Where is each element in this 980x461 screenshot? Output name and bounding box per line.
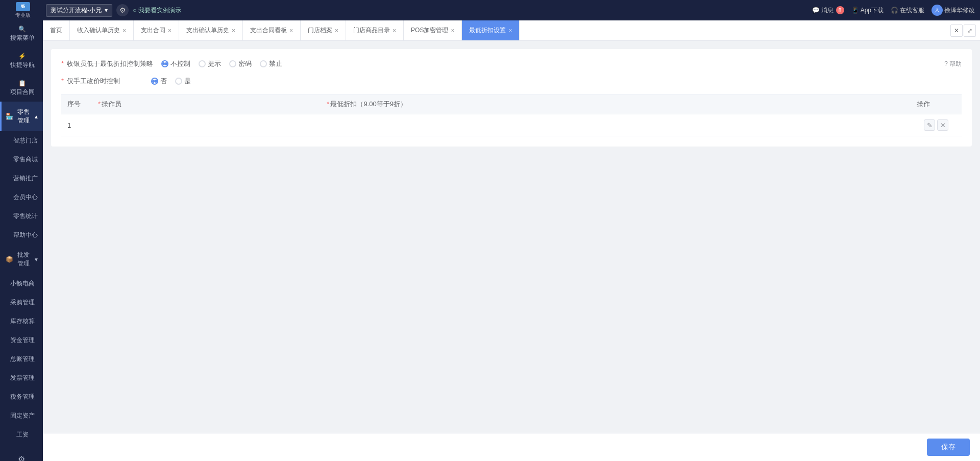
- tab-income-confirm[interactable]: 收入确认单历史 ×: [70, 20, 134, 41]
- tab-label: POS加密管理: [411, 26, 448, 35]
- service-icon: 🎧: [891, 7, 898, 14]
- wholesale-icon: 📦: [6, 256, 13, 263]
- tab-store-products[interactable]: 门店商品目录 ×: [346, 20, 404, 41]
- sidebar-item-salary[interactable]: 工资: [0, 425, 43, 444]
- radio-password[interactable]: 密码: [229, 59, 252, 68]
- field1-radio-group: 不控制 提示 密码 禁止: [161, 59, 282, 68]
- sidebar-item-search[interactable]: 🔍 搜索菜单: [0, 20, 43, 47]
- sidebar-item-label: 营销推广: [13, 174, 38, 183]
- top-bar-right: 💬 消息 8 📱 App下载 🎧 在线客服 人 徐泽华修改: [812, 5, 975, 16]
- sidebar-item-retail[interactable]: 🏪 零售管理 ▲: [0, 102, 43, 131]
- sidebar-item-label: 总账管理: [10, 355, 35, 363]
- radio-no[interactable]: 否: [151, 77, 167, 86]
- col-header-operator: *操作员: [92, 94, 321, 114]
- user-item[interactable]: 人 徐泽华修改: [932, 5, 975, 16]
- tab-payment-confirm[interactable]: 支出确认单历史 ×: [179, 20, 243, 41]
- sidebar-item-tax[interactable]: 税务管理: [0, 387, 43, 406]
- save-button[interactable]: 保存: [927, 439, 970, 456]
- chevron-down-icon: ▼: [34, 257, 39, 262]
- tab-close-button[interactable]: ✕: [950, 25, 963, 37]
- download-icon: 📱: [851, 7, 859, 14]
- radio-no-control[interactable]: 不控制: [161, 59, 190, 68]
- message-label: 消息: [821, 6, 834, 15]
- page-content: * 收银员低于最低折扣控制策略 不控制 提示: [43, 41, 980, 433]
- tab-label: 支出确认单历史: [186, 26, 229, 35]
- question-icon: ?: [944, 60, 948, 67]
- edit-button[interactable]: ✎: [924, 119, 935, 131]
- tab-close-icon[interactable]: ×: [289, 28, 293, 34]
- sidebar-item-ledger[interactable]: 总账管理: [0, 350, 43, 369]
- sidebar-item-label: 小畅电商: [10, 279, 35, 288]
- message-icon: 💬: [812, 7, 820, 14]
- tab-close-icon[interactable]: ×: [122, 28, 126, 34]
- sidebar-item-wholesale[interactable]: 📦 批发管理 ▼: [0, 245, 43, 274]
- sidebar-item-project[interactable]: 📋 项目合同: [0, 75, 43, 102]
- sidebar-item-smart-store[interactable]: 智慧门店: [0, 131, 43, 150]
- sidebar-item-inventory[interactable]: 库存核算: [0, 312, 43, 331]
- tab-min-discount[interactable]: 最低折扣设置 ×: [462, 20, 520, 41]
- tab-close-icon[interactable]: ×: [335, 28, 338, 34]
- tab-close-icon[interactable]: ×: [232, 28, 235, 34]
- demo-icon: ○: [133, 7, 136, 14]
- demo-link[interactable]: ○ 我要看实例演示: [133, 6, 181, 15]
- sidebar-item-marketing[interactable]: 营销推广: [0, 169, 43, 188]
- sidebar-item-shortcut[interactable]: ⚡ 快捷导航: [0, 47, 43, 75]
- app-download-item[interactable]: 📱 App下载: [851, 6, 884, 15]
- sidebar-item-label: 税务管理: [10, 393, 35, 401]
- online-service-item[interactable]: 🎧 在线客服: [891, 6, 924, 15]
- sidebar-item-retail-stats[interactable]: 零售统计: [0, 207, 43, 226]
- tab-payment-contract[interactable]: 支出合同 ×: [134, 20, 179, 41]
- help-link[interactable]: ? 帮助: [944, 60, 962, 68]
- tab-controls: ✕ ⤢: [950, 25, 980, 37]
- col-header-seq: 序号: [61, 94, 92, 114]
- sidebar-item-purchase[interactable]: 采购管理: [0, 293, 43, 312]
- sidebar-item-label: 工资: [16, 430, 29, 439]
- tab-pos-encrypt[interactable]: POS加密管理 ×: [404, 20, 462, 41]
- radio-circle: [229, 60, 236, 67]
- top-bar-center: 测试分开流程-小兄 ▾ ⚙ ○ 我要看实例演示: [46, 4, 807, 17]
- settings-button[interactable]: ⚙: [116, 4, 129, 16]
- tab-close-icon[interactable]: ×: [508, 28, 512, 34]
- radio-yes[interactable]: 是: [175, 77, 191, 86]
- demo-text: 我要看实例演示: [138, 6, 181, 15]
- sidebar-item-label: 库存核算: [10, 317, 35, 326]
- project-icon: 📋: [18, 80, 26, 87]
- tab-close-icon[interactable]: ×: [168, 28, 172, 34]
- sidebar-item-label: 发票管理: [10, 374, 35, 382]
- radio-remind[interactable]: 提示: [199, 59, 221, 68]
- retail-icon: 🏪: [6, 113, 13, 120]
- tab-label: 首页: [50, 26, 62, 35]
- chevron-up-icon: ▲: [34, 114, 39, 119]
- sidebar-item-label: 零售统计: [13, 212, 38, 221]
- sidebar-item-help[interactable]: 帮助中心: [0, 226, 43, 245]
- radio-forbid[interactable]: 禁止: [260, 59, 282, 68]
- tab-store-file[interactable]: 门店档案 ×: [301, 20, 346, 41]
- table-wrapper: 序号 *操作员 *最低折扣（9.00等于9折） 操作: [61, 94, 962, 136]
- message-item[interactable]: 💬 消息 8: [812, 6, 844, 15]
- bottom-bar: 保存: [43, 433, 980, 461]
- tab-label: 收入确认单历史: [77, 26, 120, 35]
- tab-label: 最低折扣设置: [469, 26, 506, 35]
- project-selector[interactable]: 测试分开流程-小兄 ▾: [46, 4, 112, 17]
- gear-icon: ⚙: [119, 6, 126, 14]
- sidebar-gear-button[interactable]: ⚙: [0, 449, 43, 461]
- sidebar-item-member[interactable]: 会员中心: [0, 188, 43, 207]
- tab-close-icon[interactable]: ×: [393, 28, 396, 34]
- sidebar-item-retail-mall[interactable]: 零售商城: [0, 150, 43, 169]
- sidebar-item-label: 资金管理: [10, 336, 35, 345]
- required-indicator: *: [61, 77, 64, 85]
- sidebar-item-finance[interactable]: 资金管理: [0, 331, 43, 350]
- tab-payment-board[interactable]: 支出合同看板 ×: [243, 20, 301, 41]
- tab-label: 门店商品目录: [353, 26, 390, 35]
- tab-maximize-button[interactable]: ⤢: [964, 25, 976, 37]
- tab-close-icon[interactable]: ×: [451, 28, 454, 34]
- sidebar-item-ecommerce[interactable]: 小畅电商: [0, 274, 43, 293]
- col-header-min-discount: *最低折扣（9.00等于9折）: [321, 94, 911, 114]
- sidebar-bottom: ⚙: [0, 444, 43, 461]
- sidebar: 🔍 搜索菜单 ⚡ 快捷导航 📋 项目合同 🏪 零售管理 ▲ 智慧门店 零售商城 …: [0, 20, 43, 461]
- sidebar-item-invoice[interactable]: 发票管理: [0, 369, 43, 387]
- sidebar-item-fixed-assets[interactable]: 固定资产: [0, 406, 43, 425]
- tab-home[interactable]: 首页: [43, 20, 70, 41]
- sidebar-item-label: 零售管理: [15, 108, 32, 125]
- delete-button[interactable]: ✕: [937, 119, 948, 131]
